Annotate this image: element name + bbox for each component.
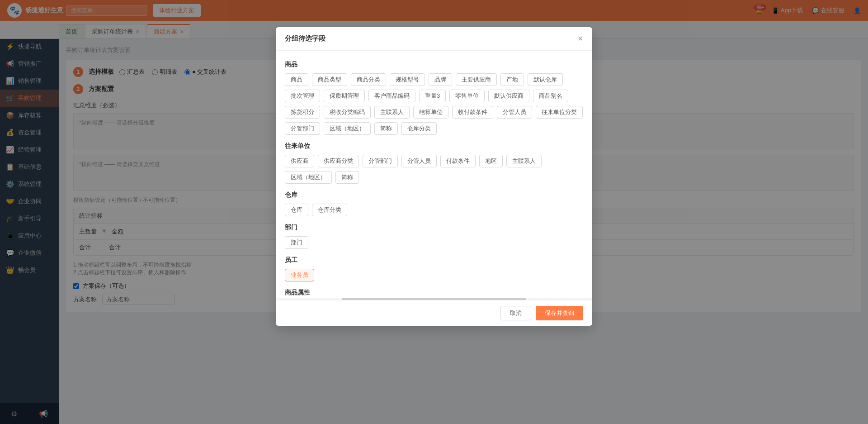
field-tag[interactable]: 分管人员 (497, 106, 532, 119)
section-title-product-attr: 商品属性 (285, 289, 583, 297)
field-tag[interactable]: 分管部门 (363, 155, 398, 167)
field-tag[interactable]: 地区 (479, 155, 503, 167)
field-tag[interactable]: 仓库分类 (401, 122, 437, 135)
field-tag[interactable]: 商品类型 (312, 73, 347, 86)
field-tag[interactable]: 重量3 (419, 90, 446, 102)
field-tag[interactable]: 零售单位 (449, 90, 485, 102)
field-grid-warehouse: 仓库 仓库分类 (285, 204, 583, 216)
field-tag[interactable]: 商品分类 (351, 73, 386, 86)
field-tag[interactable]: 结算单位 (413, 106, 448, 119)
section-title-dept: 部门 (285, 224, 583, 232)
field-grid-staff: 业务员 (285, 269, 583, 281)
field-tag[interactable]: 仓库分类 (312, 204, 347, 216)
field-tag[interactable]: 区域（地区） (285, 171, 332, 184)
field-grid-product: 商品 商品类型 商品分类 规格型号 品牌 主要供应商 产地 默认仓库 批次管理 … (285, 73, 583, 135)
field-tag[interactable]: 主联系人 (506, 155, 542, 167)
field-tag[interactable]: 分管部门 (285, 122, 320, 135)
modal-footer: 取消 保存并查询 (276, 300, 592, 326)
field-tag[interactable]: 批次管理 (285, 90, 320, 102)
field-grid-partner: 供应商 供应商分类 分管部门 分管人员 付款条件 地区 主联系人 区域（地区） … (285, 155, 583, 184)
section-title-product: 商品 (285, 61, 583, 69)
field-tag-selected[interactable]: 业务员 (285, 269, 314, 281)
field-tag[interactable]: 简称 (374, 122, 398, 135)
field-tag[interactable]: 品牌 (429, 73, 452, 86)
field-tag[interactable]: 往来单位分类 (536, 106, 583, 119)
field-tag[interactable]: 主联系人 (374, 106, 410, 119)
modal-body: 商品 商品 商品类型 商品分类 规格型号 品牌 主要供应商 产地 默认仓库 批次… (276, 51, 592, 298)
field-tag[interactable]: 部门 (285, 236, 308, 249)
field-tag[interactable]: 规格型号 (390, 73, 425, 86)
field-tag[interactable]: 保质期管理 (324, 90, 365, 102)
field-tag[interactable]: 默认供应商 (488, 90, 529, 102)
field-tag[interactable]: 供应商分类 (318, 155, 359, 167)
field-tag[interactable]: 主要供应商 (456, 73, 497, 86)
modal-header: 分组待选字段 ✕ (276, 27, 592, 51)
field-tag[interactable]: 供应商 (285, 155, 314, 167)
field-tag[interactable]: 简称 (335, 171, 359, 184)
field-select-modal: 分组待选字段 ✕ 商品 商品 商品类型 商品分类 规格型号 品牌 主要供应商 产… (276, 27, 592, 326)
modal-close-button[interactable]: ✕ (577, 34, 583, 43)
field-tag[interactable]: 付款条件 (440, 155, 476, 167)
field-tag[interactable]: 默认仓库 (528, 73, 563, 86)
field-grid-dept: 部门 (285, 236, 583, 249)
field-tag[interactable]: 税收分类编码 (324, 106, 371, 119)
field-tag[interactable]: 商品 (285, 73, 308, 86)
section-title-warehouse: 仓库 (285, 191, 583, 199)
field-tag[interactable]: 商品别名 (533, 90, 568, 102)
section-title-staff: 员工 (285, 256, 583, 264)
field-tag[interactable]: 仓库 (285, 204, 308, 216)
modal-overlay: 分组待选字段 ✕ 商品 商品 商品类型 商品分类 规格型号 品牌 主要供应商 产… (0, 0, 868, 424)
field-tag[interactable]: 分管人员 (401, 155, 437, 167)
modal-title: 分组待选字段 (285, 34, 326, 43)
section-title-partner: 往来单位 (285, 142, 583, 150)
field-tag[interactable]: 产地 (500, 73, 524, 86)
cancel-button[interactable]: 取消 (500, 306, 531, 320)
field-tag[interactable]: 拣货积分 (285, 106, 320, 119)
field-tag[interactable]: 区域（地区） (324, 122, 371, 135)
confirm-button[interactable]: 保存并查询 (536, 306, 583, 320)
field-tag[interactable]: 收付款条件 (452, 106, 493, 119)
field-tag[interactable]: 客户商品编码 (368, 90, 415, 102)
